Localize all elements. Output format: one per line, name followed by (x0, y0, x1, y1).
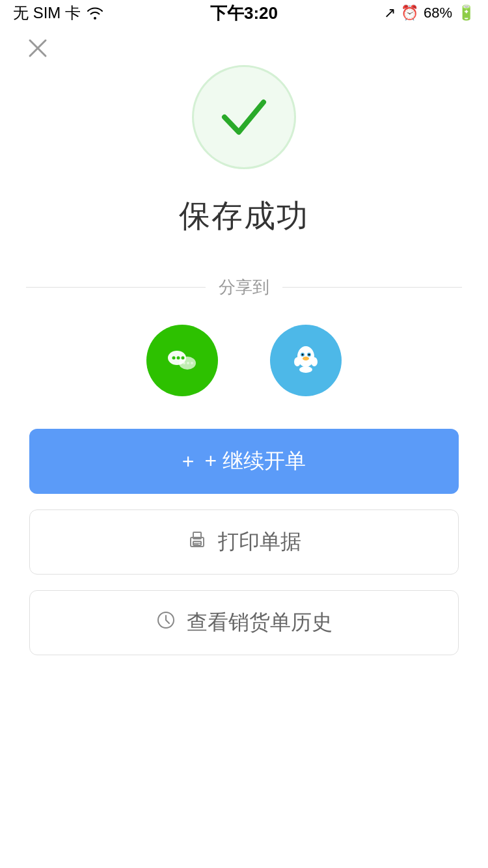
history-label: 查看销货单历史 (187, 608, 332, 637)
battery-percent: 68% (424, 5, 452, 21)
history-button[interactable]: 查看销货单历史 (29, 590, 459, 655)
location-icon: ↗ (384, 5, 396, 21)
svg-point-5 (177, 357, 180, 360)
svg-point-6 (182, 357, 185, 360)
wifi-icon (86, 7, 104, 20)
history-icon (156, 610, 176, 636)
success-title: 保存成功 (179, 195, 309, 237)
qq-icon (286, 341, 325, 380)
no-sim-label: 无 SIM 卡 (13, 3, 81, 23)
share-icons (146, 325, 342, 396)
wechat-share-button[interactable] (146, 325, 218, 396)
close-icon (27, 38, 48, 59)
svg-point-7 (183, 362, 185, 364)
divider-right (282, 287, 462, 288)
svg-point-18 (303, 357, 309, 360)
svg-point-12 (311, 357, 318, 366)
qq-share-button[interactable] (270, 325, 342, 396)
alarm-icon: ⏰ (401, 5, 418, 21)
action-buttons: + + 继续开单 打印单据 (29, 429, 459, 655)
status-right: ↗ ⏰ 68% 🔋 (384, 5, 475, 21)
close-button[interactable] (23, 34, 52, 62)
svg-point-8 (187, 362, 189, 364)
continue-button[interactable]: + + 继续开单 (29, 429, 459, 494)
svg-point-9 (191, 362, 193, 364)
continue-label: + 继续开单 (205, 447, 306, 476)
print-icon (187, 530, 208, 555)
svg-point-4 (172, 357, 176, 360)
checkmark-icon (215, 88, 273, 146)
share-section: 分享到 (0, 276, 488, 396)
divider-left (26, 287, 206, 288)
svg-point-16 (302, 354, 304, 356)
battery-icon: 🔋 (457, 5, 475, 21)
print-button[interactable]: 打印单据 (29, 509, 459, 575)
wechat-icon (163, 341, 202, 380)
print-label: 打印单据 (218, 528, 301, 556)
share-label: 分享到 (206, 276, 282, 299)
share-divider: 分享到 (0, 276, 488, 299)
svg-point-13 (299, 366, 312, 373)
continue-plus-icon: + (182, 450, 195, 474)
status-left: 无 SIM 卡 (13, 3, 104, 23)
main-content: 保存成功 分享到 (0, 26, 488, 655)
status-bar: 无 SIM 卡 下午3:20 ↗ ⏰ 68% 🔋 (0, 0, 488, 26)
status-time: 下午3:20 (210, 2, 278, 25)
svg-point-17 (308, 354, 310, 356)
svg-point-11 (294, 357, 301, 366)
success-circle (192, 65, 296, 169)
